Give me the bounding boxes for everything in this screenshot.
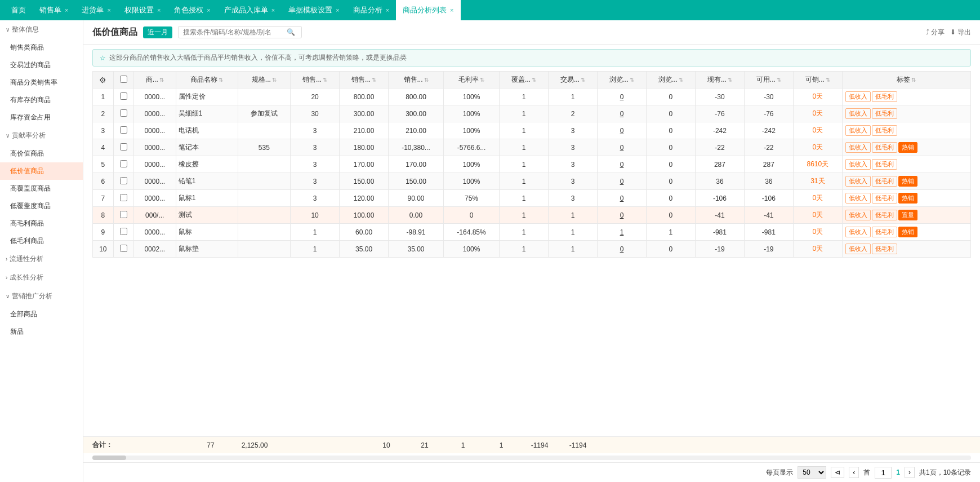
page-input[interactable] [875,467,892,479]
nav-product-analysis-list[interactable]: 商品分析列表 × [396,0,460,20]
col-settings[interactable]: ⚙ [93,72,114,89]
close-icon[interactable]: × [65,7,68,14]
row-checkbox[interactable] [113,139,133,156]
row-checkbox[interactable] [113,173,133,190]
sidebar-group-circulation[interactable]: › 流通性分析 [0,250,83,268]
view1-link[interactable]: 0 [620,211,624,219]
row-select-checkbox[interactable] [120,109,127,117]
sidebar-item-low-coverage[interactable]: 低覆盖度商品 [0,197,83,215]
close-icon[interactable]: × [271,7,275,14]
view1-link[interactable]: 0 [620,93,624,101]
row-view1[interactable]: 0 [597,190,646,207]
row-select-checkbox[interactable] [120,92,127,100]
close-icon[interactable]: × [450,7,453,14]
horizontal-scrollbar[interactable] [92,456,971,460]
close-icon[interactable]: × [107,7,110,14]
search-input[interactable] [183,28,284,36]
sidebar-item-high-coverage[interactable]: 高覆盖度商品 [0,180,83,197]
view1-link[interactable]: 0 [620,161,624,169]
nav-product-in[interactable]: 产成品入库单 × [217,0,282,20]
row-checkbox[interactable] [113,190,133,207]
sidebar-item-new-products[interactable]: 新品 [0,323,83,341]
nav-permission[interactable]: 权限设置 × [118,0,167,20]
sidebar-group-growth[interactable]: › 成长性分析 [0,268,83,287]
row-select-checkbox[interactable] [120,160,127,167]
row-checkbox[interactable] [113,207,133,224]
col-sales-price[interactable]: 销售...⇅ [340,72,389,89]
col-sellable-days[interactable]: 可销...⇅ [793,72,842,89]
col-gross-margin[interactable]: 毛利率⇅ [444,72,500,89]
row-select-checkbox[interactable] [120,211,127,218]
sidebar-item-sales-products[interactable]: 销售类商品 [0,39,83,56]
row-select-checkbox[interactable] [120,177,127,184]
sidebar-item-high-margin[interactable]: 高毛利商品 [0,215,83,232]
select-all-checkbox[interactable] [120,76,127,83]
next-page-button[interactable]: › [905,467,915,478]
nav-purchase[interactable]: 进货单 × [75,0,117,20]
col-trade[interactable]: 交易...⇅ [549,72,598,89]
row-select-checkbox[interactable] [120,126,127,134]
row-checkbox[interactable] [113,105,133,122]
col-stock[interactable]: 现有...⇅ [695,72,744,89]
sidebar-item-category-rate[interactable]: 商品分类销售率 [0,74,83,91]
row-view1[interactable]: 0 [597,156,646,173]
nav-home[interactable]: 首页 [5,0,33,20]
row-view1[interactable]: 0 [597,122,646,139]
row-checkbox[interactable] [113,241,133,258]
view1-link[interactable]: 0 [620,110,624,118]
nav-sales[interactable]: 销售单 × [33,0,75,20]
scrollbar-thumb[interactable] [92,456,126,460]
row-select-checkbox[interactable] [120,245,127,252]
row-view1[interactable]: 0 [597,139,646,156]
row-checkbox[interactable] [113,224,133,241]
col-spec[interactable]: 规格...⇅ [238,72,291,89]
row-view1[interactable]: 0 [597,241,646,258]
row-select-checkbox[interactable] [120,194,127,201]
col-view1[interactable]: 浏览...⇅ [597,72,646,89]
row-checkbox[interactable] [113,89,133,105]
row-view1[interactable]: 1 [597,224,646,241]
view1-link[interactable]: 0 [620,245,624,253]
period-button[interactable]: 近一月 [143,26,172,38]
sidebar-item-stock-products[interactable]: 有库存的商品 [0,91,83,109]
close-icon[interactable]: × [157,7,161,14]
view1-link[interactable]: 0 [620,178,624,185]
col-code[interactable]: 商...⇅ [133,72,176,89]
row-select-checkbox[interactable] [120,228,127,235]
close-icon[interactable]: × [207,7,210,14]
row-view1[interactable]: 0 [597,173,646,190]
view1-link[interactable]: 0 [620,194,624,202]
nav-role[interactable]: 角色授权 × [167,0,217,20]
col-sales-amount[interactable]: 销售...⇅ [389,72,444,89]
close-icon[interactable]: × [336,7,339,14]
sidebar-item-stock-capital[interactable]: 库存资金占用 [0,109,83,126]
row-view1[interactable]: 0 [597,207,646,224]
sidebar-item-all-products[interactable]: 全部商品 [0,306,83,323]
col-view2[interactable]: 浏览...⇅ [646,72,695,89]
view1-link[interactable]: 0 [620,127,624,135]
first-page-button[interactable]: ⊲ [831,467,844,478]
sidebar-group-contribution[interactable]: ∨ 贡献率分析 [0,126,83,145]
view1-link[interactable]: 0 [620,144,624,152]
col-coverage[interactable]: 覆盖...⇅ [500,72,549,89]
sidebar-group-overall[interactable]: ∨ 整体信息 [0,20,83,39]
search-icon[interactable]: 🔍 [287,28,295,36]
row-view1[interactable]: 0 [597,89,646,105]
close-icon[interactable]: × [386,7,389,14]
row-checkbox[interactable] [113,122,133,139]
col-checkbox[interactable] [113,72,133,89]
export-button[interactable]: ⬇ 导出 [950,28,971,37]
prev-page-button[interactable]: ‹ [849,467,859,478]
sidebar-item-low-value[interactable]: 低价值商品 [0,162,83,180]
sidebar-item-low-margin[interactable]: 低毛利商品 [0,232,83,250]
row-checkbox[interactable] [113,156,133,173]
col-available[interactable]: 可用...⇅ [744,72,793,89]
sidebar-group-marketing[interactable]: ∨ 营销推广分析 [0,287,83,306]
col-tags[interactable]: 标签⇅ [842,72,970,89]
nav-product-analysis[interactable]: 商品分析 × [346,0,396,20]
row-view1[interactable]: 0 [597,105,646,122]
col-sales-qty[interactable]: 销售...⇅ [291,72,340,89]
sidebar-item-high-value[interactable]: 高价值商品 [0,145,83,162]
nav-template[interactable]: 单据模板设置 × [282,0,346,20]
col-name[interactable]: 商品名称⇅ [176,72,238,89]
